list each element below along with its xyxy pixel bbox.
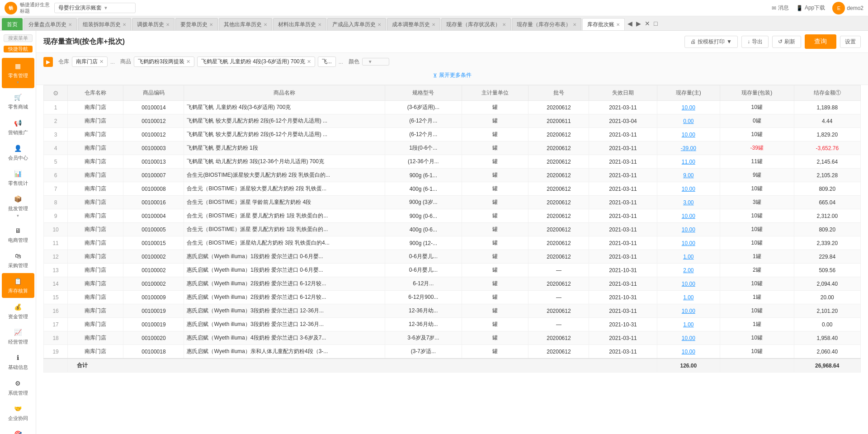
cell-amount: 0.00 bbox=[794, 318, 860, 331]
tab-qita[interactable]: 其他出库单历史 ✕ bbox=[219, 18, 272, 31]
print-btn[interactable]: 🖨 按模板打印 ▼ bbox=[684, 36, 738, 48]
cell-qty-main[interactable]: 10.00 bbox=[657, 331, 720, 345]
sidebar-item-collab[interactable]: 🤝 企业协同 bbox=[2, 401, 34, 425]
close-icon[interactable]: ✕ bbox=[377, 22, 381, 27]
expand-filters-btn[interactable]: ▶ bbox=[43, 57, 53, 67]
product-more[interactable]: ... bbox=[339, 59, 343, 65]
cell-batch: 20200612 bbox=[528, 345, 589, 359]
col-code: 商品编码 bbox=[123, 85, 184, 101]
cell-qty-main[interactable]: 10.00 bbox=[657, 101, 720, 114]
close-icon[interactable]: ✕ bbox=[99, 59, 104, 65]
sidebar-item-system[interactable]: ⚙ 系统管理 bbox=[2, 375, 34, 400]
cell-qty-main[interactable]: 10.00 bbox=[657, 277, 720, 291]
tab-cailiao[interactable]: 材料出库单历史 ✕ bbox=[273, 18, 326, 31]
tab-diaob[interactable]: 调拨单历史 ✕ bbox=[132, 18, 175, 31]
sidebar-item-purchase[interactable]: 🛍 采购管理 bbox=[2, 248, 34, 272]
sidebar-item-ecom[interactable]: 🖥 电商管理 bbox=[2, 222, 34, 247]
col-settings[interactable]: ⚙ bbox=[44, 85, 68, 101]
tab-close-all-icon[interactable]: ✕ bbox=[643, 20, 652, 27]
color-label: 颜色 bbox=[349, 58, 359, 66]
query-btn[interactable]: 查询 bbox=[805, 34, 836, 49]
cell-qty-main[interactable]: 10.00 bbox=[657, 128, 720, 142]
tab-fenliang[interactable]: 分量盘点单历史 ✕ bbox=[24, 18, 77, 31]
sidebar-item-biz[interactable]: 📈 经营管理 bbox=[2, 324, 34, 349]
close-icon[interactable]: ✕ bbox=[123, 22, 126, 27]
cell-batch: 20200612 bbox=[528, 196, 589, 209]
app-download-btn[interactable]: 📱 App下载 bbox=[796, 4, 825, 12]
cell-warehouse: 南库门店 bbox=[68, 196, 123, 209]
cell-code: 00100018 bbox=[123, 345, 184, 359]
sidebar-item-finance[interactable]: 💰 资金管理 bbox=[2, 299, 34, 323]
org-selector[interactable]: 母婴行业演示账套 ▼ bbox=[54, 3, 136, 13]
warehouse-tag[interactable]: 南库门店 ✕ bbox=[72, 57, 108, 67]
cell-qty-main[interactable]: 10.00 bbox=[657, 209, 720, 223]
sidebar-item-retail[interactable]: ▦ 零售管理 ▼ bbox=[2, 58, 34, 88]
tab-chengben[interactable]: 成本调整单历史 ✕ bbox=[387, 18, 440, 31]
cell-qty-main[interactable]: 2.00 bbox=[657, 264, 720, 277]
search-menu-btn[interactable]: 搜索菜单 bbox=[4, 34, 33, 42]
warehouse-more[interactable]: ... bbox=[110, 59, 115, 65]
sidebar-item-inventory[interactable]: 📋 库存核算 bbox=[2, 273, 34, 297]
cell-qty-main[interactable]: 1.00 bbox=[657, 291, 720, 304]
logo-line1: 畅捷通好生意 bbox=[20, 2, 50, 8]
product-tag-1[interactable]: 飞鹤奶粉3段两提装 ✕ bbox=[134, 57, 194, 67]
quick-nav-btn[interactable]: 快捷导航 bbox=[4, 46, 33, 52]
tab-xiancun1[interactable]: 现存量（库存状况表） ✕ bbox=[441, 18, 511, 31]
cell-qty-main[interactable]: -39.00 bbox=[657, 142, 720, 155]
tab-yaohuo[interactable]: 要货单历史 ✕ bbox=[175, 18, 218, 31]
cell-qty-main[interactable]: 10.00 bbox=[657, 345, 720, 359]
cell-qty-main[interactable]: 11.00 bbox=[657, 155, 720, 169]
cell-qty-main[interactable]: 10.00 bbox=[657, 304, 720, 318]
quick-nav-label: 快捷导航 bbox=[8, 46, 28, 52]
cell-qty-main[interactable]: 1.00 bbox=[657, 318, 720, 331]
tab-home[interactable]: 首页 bbox=[2, 18, 23, 31]
cell-qty-main[interactable]: 1.00 bbox=[657, 250, 720, 264]
sidebar-item-stats[interactable]: 📊 零售统计 bbox=[2, 165, 34, 190]
tab-zuzhuang[interactable]: 组装拆卸单历史 ✕ bbox=[78, 18, 131, 31]
close-icon[interactable]: ✕ bbox=[209, 22, 213, 27]
refresh-btn[interactable]: ↺ 刷新 bbox=[772, 36, 801, 48]
close-icon[interactable]: ✕ bbox=[307, 59, 311, 65]
cell-batch: 20200612 bbox=[528, 236, 589, 250]
expand-conditions-btn[interactable]: ⊻ 展开更多条件 bbox=[429, 70, 475, 81]
product-tag-3[interactable]: 飞... bbox=[318, 57, 336, 67]
sidebar-item-marketing[interactable]: 📢 营销推广 bbox=[2, 115, 34, 139]
sidebar-item-basic[interactable]: ℹ 基础信息 bbox=[2, 349, 34, 374]
sidebar-item-wholesale[interactable]: 📦 批发管理 ▼ bbox=[2, 191, 34, 221]
tab-maximize-icon[interactable]: □ bbox=[652, 20, 659, 27]
sidebar-item-member[interactable]: 👤 会员中心 bbox=[2, 140, 34, 165]
tab-xiancun2[interactable]: 现存量（库存分布表） ✕ bbox=[512, 18, 581, 31]
table-row: 12 南库门店 00100002 惠氏启赋（Wyeth illuma）1段奶粉 … bbox=[44, 250, 861, 264]
sidebar-item-mall[interactable]: 🛒 零售商城 bbox=[2, 89, 34, 113]
close-icon[interactable]: ✕ bbox=[186, 59, 190, 65]
cell-qty-main[interactable]: 10.00 bbox=[657, 236, 720, 250]
close-icon[interactable]: ✕ bbox=[502, 22, 506, 27]
color-select[interactable]: ▼ bbox=[362, 58, 389, 66]
cell-qty-main[interactable]: 10.00 bbox=[657, 182, 720, 196]
close-icon[interactable]: ✕ bbox=[264, 22, 267, 27]
tab-next-icon[interactable]: ▶ bbox=[634, 20, 643, 27]
close-icon[interactable]: ✕ bbox=[318, 22, 321, 27]
cell-unit: 罐 bbox=[462, 155, 528, 169]
message-btn[interactable]: ✉ 消息 bbox=[772, 4, 789, 12]
tab-prev-icon[interactable]: ◀ bbox=[626, 20, 634, 27]
cell-qty-main[interactable]: 9.00 bbox=[657, 169, 720, 182]
export-btn[interactable]: ↓ 导出 bbox=[741, 36, 769, 48]
table-row: 16 南库门店 00100019 惠氏启赋（Wyeth illuma）3段奶粉 … bbox=[44, 304, 861, 318]
close-icon[interactable]: ✕ bbox=[432, 22, 435, 27]
cell-qty-main[interactable]: 10.00 bbox=[657, 223, 720, 236]
close-icon[interactable]: ✕ bbox=[166, 22, 170, 27]
cell-expire: 2021-03-11 bbox=[589, 182, 657, 196]
user-area[interactable]: E demo2 bbox=[832, 2, 863, 14]
tab-kucun-active[interactable]: 库存批次账 ✕ bbox=[582, 18, 625, 31]
settings-btn[interactable]: 设置 bbox=[840, 36, 861, 48]
close-icon[interactable]: ✕ bbox=[68, 22, 72, 27]
product-tag-2[interactable]: 飞鹤星飞帆 儿童奶粉 4段(3-6岁适用) 700克 ✕ bbox=[197, 57, 315, 67]
cell-qty-main[interactable]: 0.00 bbox=[657, 114, 720, 128]
tab-chengpin[interactable]: 产成品入库单历史 ✕ bbox=[327, 18, 386, 31]
cell-qty-main[interactable]: 3.00 bbox=[657, 196, 720, 209]
close-icon[interactable]: ✕ bbox=[573, 22, 576, 27]
cell-expire: 2021-03-11 bbox=[589, 345, 657, 359]
sidebar-item-guide[interactable]: 🎯 新手引导 bbox=[2, 426, 34, 434]
close-icon[interactable]: ✕ bbox=[616, 22, 620, 27]
